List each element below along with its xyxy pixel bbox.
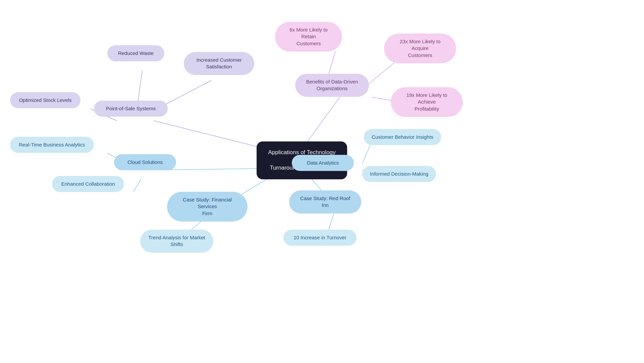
optimized-stock-label: Optimized Stock Levels: [19, 97, 72, 104]
cloud-solutions-node: Cloud Solutions: [114, 154, 176, 170]
reduced-waste-label: Reduced Waste: [118, 50, 154, 57]
retain-customers-label: 6x More Likely to Retain Customers: [282, 26, 335, 47]
increase-turnover-label: 10 Increase in Turnover: [293, 234, 346, 241]
realtime-analytics-label: Real-Time Business Analytics: [19, 141, 85, 148]
data-analytics-label: Data Analytics: [307, 160, 339, 166]
svg-line-14: [362, 144, 371, 164]
acquire-customers-label: 23x More Likely to Acquire Customers: [391, 38, 449, 59]
increased-customer-sat-node: Increased Customer Satisfaction: [184, 52, 254, 75]
case-study-financial-node: Case Study: Financial Services Firm: [167, 192, 248, 222]
acquire-customers-node: 23x More Likely to Acquire Customers: [384, 34, 456, 63]
trend-analysis-node: Trend Analysis for Market Shifts: [140, 230, 213, 253]
case-study-financial-label: Case Study: Financial Services Firm: [174, 196, 240, 217]
cloud-solutions-label: Cloud Solutions: [127, 159, 163, 166]
benefits-data-driven-node: Benefits of Data-Driven Organizations: [295, 74, 369, 97]
enhanced-collab-node: Enhanced Collaboration: [52, 176, 124, 192]
svg-line-10: [369, 61, 396, 84]
customer-behavior-node: Customer Behavior Insights: [364, 129, 441, 145]
trend-analysis-label: Trend Analysis for Market Shifts: [148, 234, 205, 248]
informed-decision-label: Informed Decision-Making: [370, 171, 428, 177]
pos-systems-label: Point-of-Sale Systems: [106, 105, 156, 112]
svg-line-13: [133, 179, 141, 192]
case-study-redroof-label: Case Study: Red Roof Inn: [297, 195, 354, 209]
increase-turnover-node: 10 Increase in Turnover: [283, 230, 357, 246]
benefits-data-driven-label: Benefits of Data-Driven Organizations: [306, 78, 358, 92]
reduced-waste-node: Reduced Waste: [107, 45, 164, 61]
optimized-stock-node: Optimized Stock Levels: [10, 92, 80, 108]
informed-decision-node: Informed Decision-Making: [362, 166, 436, 182]
realtime-analytics-node: Real-Time Business Analytics: [10, 137, 94, 153]
enhanced-collab-label: Enhanced Collaboration: [61, 181, 115, 187]
pos-systems-node: Point-of-Sale Systems: [94, 101, 168, 117]
achieve-profitability-node: 19x More Likely to Achieve Profitability: [391, 87, 463, 117]
data-analytics-node: Data Analytics: [292, 155, 354, 171]
svg-line-1: [302, 94, 342, 149]
retain-customers-node: 6x More Likely to Retain Customers: [275, 22, 342, 52]
customer-behavior-label: Customer Behavior Insights: [372, 134, 433, 140]
achieve-profitability-label: 19x More Likely to Achieve Profitability: [398, 92, 455, 112]
case-study-redroof-node: Case Study: Red Roof Inn: [289, 190, 361, 214]
increased-customer-sat-label: Increased Customer Satisfaction: [196, 57, 241, 70]
